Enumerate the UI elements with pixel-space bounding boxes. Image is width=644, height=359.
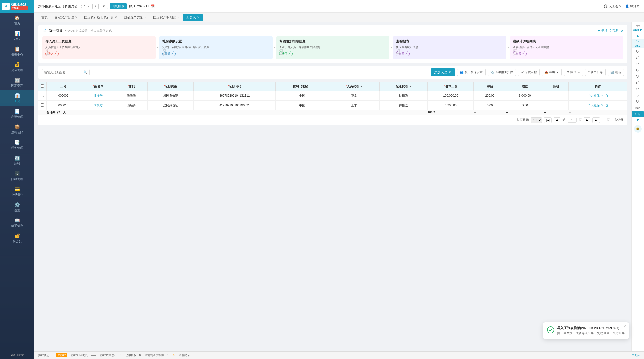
tax-report-btn[interactable]: 🏛 个税申报 <box>518 69 540 76</box>
guide-video-btn[interactable]: ▶ 视频 <box>597 29 607 33</box>
calendar-month-5[interactable]: 5月 <box>632 74 644 79</box>
step3-desc: 查看、导入员工专项附加扣除信息 <box>279 45 387 49</box>
operation-btn[interactable]: ⚙ 操作 ▼ <box>564 69 583 76</box>
company-selector[interactable]: 刘小艳演示账套（勿删勿动！）1 ▼ <box>38 4 90 9</box>
close-tab-fixed-assets-icon[interactable]: ✕ <box>75 16 77 19</box>
first-page-btn[interactable]: |◀ <box>544 117 551 123</box>
toast-close-btn[interactable]: ✕ <box>623 324 626 328</box>
sidebar-item-tax[interactable]: 📑 税务管理 <box>0 137 34 153</box>
sidebar-item-settings[interactable]: ⚙️ 设置 <box>0 199 34 215</box>
toast-title: 导入工资表模板(2023-03-23 15:07:59.897) <box>557 326 625 330</box>
sidebar-item-ledger[interactable]: 📊 总账 <box>0 28 34 44</box>
calendar-month-6[interactable]: 6月 <box>632 80 644 86</box>
footer-total-label: 合计共（2）人 <box>46 110 428 115</box>
sidebar-item-expense[interactable]: 💳 小畅报销 <box>0 184 34 199</box>
row2-edit-icon[interactable]: ✎ <box>601 104 604 107</box>
row1-edit-icon[interactable]: ✎ <box>601 94 604 97</box>
row1-country: 中国 <box>275 91 329 101</box>
calendar-collapse-btn[interactable]: ◀◀ <box>636 24 640 27</box>
sidebar-item-inventory[interactable]: 📦 进销台账 <box>0 122 34 137</box>
tab-salary[interactable]: 工资表 ✕ <box>183 14 203 21</box>
question-icon: ? <box>588 71 590 74</box>
tab-categories[interactable]: 固定资产类别 ✕ <box>120 14 150 21</box>
sidebar-label-archive: 归档管理 <box>11 177 23 181</box>
guide-step-5: 税款计算明细表 查看税款计算过程及明细数据 查看 > 5 <box>510 36 623 59</box>
page-number-input[interactable] <box>568 118 577 123</box>
sidebar-item-funds[interactable]: 💰 资金管理 <box>0 59 34 75</box>
tab-fixed-detail[interactable]: 固定资产明细账 ✕ <box>150 14 183 21</box>
guide-icon: 📖 <box>14 218 20 223</box>
user-profile-btn[interactable]: 👤 徐泽华 <box>625 4 640 9</box>
sidebar-item-reports[interactable]: 📋 报表中心 <box>0 44 34 59</box>
close-tab-depreciation-icon[interactable]: ✕ <box>115 16 117 19</box>
row1-checkbox[interactable] <box>38 91 46 101</box>
sidebar-item-salary[interactable]: 👔 工资 <box>0 90 34 106</box>
calendar-month-1[interactable]: 1月 <box>632 48 644 54</box>
row2-social-btn[interactable]: 个人社保 <box>588 103 600 108</box>
row2-delete-icon[interactable]: 🗑 <box>605 104 608 107</box>
th-id-type: *证照类型 <box>147 82 193 91</box>
sidebar-item-guide[interactable]: 📖 新手引导 <box>0 215 34 231</box>
settings-company-btn[interactable]: ⚙ <box>101 4 108 9</box>
close-tab-categories-icon[interactable]: ✕ <box>144 16 147 19</box>
invoices-icon: 🧾 <box>14 109 20 114</box>
row2-checkbox[interactable] <box>38 100 46 110</box>
tab-fixed-assets[interactable]: 固定资产管理 ✕ <box>51 14 80 21</box>
row2-performance: 0.00 <box>506 100 544 110</box>
calendar-month-10[interactable]: 10月 <box>632 105 644 111</box>
sidebar-label-reports: 报表中心 <box>11 53 23 57</box>
search-input[interactable] <box>44 71 82 74</box>
tab-categories-label: 固定资产类别 <box>124 15 143 20</box>
calendar-month-3[interactable]: 3月 <box>632 61 644 67</box>
tab-home-label: 首页 <box>41 15 48 20</box>
per-page-label: 每页显示 <box>517 118 529 122</box>
per-page-select[interactable]: 10 20 50 <box>531 117 542 123</box>
ai-consult-btn[interactable]: 🎧 人工咨询 <box>603 4 622 9</box>
guide-close-btn[interactable]: ✕ <box>621 29 623 33</box>
tab-home[interactable]: 首页 <box>38 14 51 21</box>
export-btn[interactable]: 📤 导出 ▼ <box>542 69 562 76</box>
tab-depreciation[interactable]: 固定资产折旧统计表 ✕ <box>81 14 120 21</box>
select-all-checkbox[interactable] <box>41 84 44 88</box>
calendar-icon[interactable]: 📅 <box>151 4 155 8</box>
row2-dept: 总经办 <box>116 100 147 110</box>
sidebar-item-fixed-assets[interactable]: 🏢 固定资产 <box>0 75 34 90</box>
cancel-fixed-btn[interactable]: ◀ 取消固定 <box>10 353 24 357</box>
close-tab-fixed-detail-icon[interactable]: ✕ <box>177 16 180 19</box>
sidebar-item-settlement[interactable]: 🔄 结账 <box>0 153 34 168</box>
last-page-btn[interactable]: ▶| <box>592 117 600 123</box>
refresh-btn[interactable]: 🔄 刷新 <box>608 69 624 76</box>
calendar-month-7[interactable]: 7月 <box>632 86 644 92</box>
search-icon[interactable]: 🔍 <box>83 70 87 74</box>
row1-report-status: 待报送 <box>380 91 428 101</box>
guide-btn[interactable]: ? 新手引导 <box>585 69 606 76</box>
close-tab-salary-icon[interactable]: ✕ <box>197 16 199 19</box>
calendar-month-9[interactable]: 9月 <box>632 99 644 105</box>
sidebar-item-home[interactable]: 🏠 首页 <box>0 13 34 28</box>
sidebar-item-archive[interactable]: 🗄️ 归档管理 <box>0 168 34 184</box>
row1-delete-icon[interactable]: 🗑 <box>605 94 608 97</box>
calendar-month-8[interactable]: 8月 <box>632 92 644 98</box>
switch-version-btn[interactable]: 切到旧版 <box>110 3 127 9</box>
sidebar-item-member[interactable]: 👑 畅会员 <box>0 231 34 246</box>
calendar-up-btn[interactable]: ▲ <box>636 33 640 38</box>
prev-page-btn[interactable]: ◀ <box>554 117 560 123</box>
guide-help-btn[interactable]: ? 帮助 <box>610 29 618 33</box>
calendar-month-12[interactable]: 12 <box>632 39 644 44</box>
table-body: 000002 徐泽华 嗯嗯嗯 居民身份证 360782200104131111 … <box>38 91 627 110</box>
add-person-btn[interactable]: 添加人员 ▼ <box>431 68 455 76</box>
tabbar: 首页 固定资产管理 ✕ 固定资产折旧统计表 ✕ 固定资产类别 ✕ 固定资产明细账… <box>34 13 644 22</box>
calendar-month-4[interactable]: 4月 <box>632 67 644 73</box>
add-company-btn[interactable]: + <box>92 4 99 9</box>
calendar-month-2[interactable]: 2月 <box>632 55 644 61</box>
deduction-btn[interactable]: 📎 专项附加扣除 <box>488 69 516 76</box>
row1-tax <box>544 91 569 101</box>
charge-link[interactable]: 去充值 <box>632 353 640 357</box>
calendar-month-11[interactable]: 11月 <box>632 111 644 117</box>
calendar-down-btn[interactable]: ▼ <box>636 118 640 123</box>
row1-social-btn[interactable]: 个人社保 <box>588 94 600 98</box>
sidebar-item-invoices[interactable]: 🧾 发票管理 <box>0 106 34 122</box>
social-insurance-btn[interactable]: 👥 统一社保设置 <box>457 69 486 76</box>
feedback-btn[interactable]: 😊 <box>634 125 642 133</box>
next-page-btn[interactable]: ▶ <box>584 117 590 123</box>
